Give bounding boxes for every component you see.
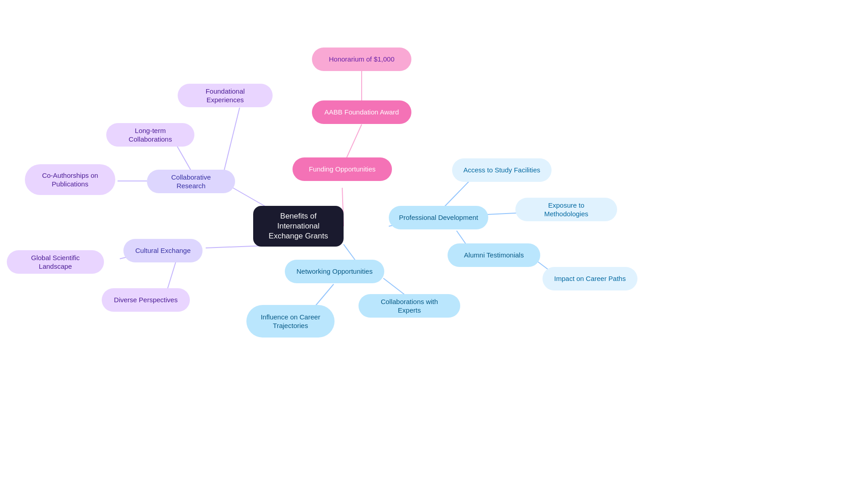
professional-label: Professional Development bbox=[399, 213, 478, 222]
center-node: Benefits of International Exchange Grant… bbox=[253, 206, 344, 247]
diverse-label: Diverse Perspectives bbox=[114, 295, 178, 304]
collaborative-research-node: Collaborative Research bbox=[147, 170, 235, 193]
svg-line-12 bbox=[383, 278, 407, 296]
aabb-label: AABB Foundation Award bbox=[325, 108, 399, 117]
aabb-node: AABB Foundation Award bbox=[312, 100, 411, 124]
alumni-label: Alumni Testimonials bbox=[464, 251, 524, 260]
longterm-node: Long-term Collaborations bbox=[106, 123, 194, 147]
access-label: Access to Study Facilities bbox=[463, 166, 540, 175]
impact-node: Impact on Career Paths bbox=[542, 267, 637, 290]
funding-node: Funding Opportunities bbox=[292, 157, 392, 181]
honorarium-node: Honorarium of $1,000 bbox=[312, 48, 411, 71]
exposure-node: Exposure to Methodologies bbox=[515, 198, 617, 221]
collaborative-research-label: Collaborative Research bbox=[157, 173, 225, 190]
impact-label: Impact on Career Paths bbox=[554, 274, 626, 283]
center-label: Benefits of International Exchange Grant… bbox=[263, 211, 334, 241]
svg-line-9 bbox=[167, 260, 176, 290]
cultural-exchange-node: Cultural Exchange bbox=[123, 239, 203, 262]
coauthorships-label: Co-Authorships on Publications bbox=[42, 171, 98, 189]
cultural-exchange-label: Cultural Exchange bbox=[135, 246, 191, 255]
global-node: Global Scientific Landscape bbox=[7, 250, 104, 274]
professional-node: Professional Development bbox=[389, 206, 488, 229]
alumni-node: Alumni Testimonials bbox=[448, 243, 540, 267]
global-label: Global Scientific Landscape bbox=[17, 253, 94, 271]
networking-node: Networking Opportunities bbox=[285, 260, 384, 283]
longterm-label: Long-term Collaborations bbox=[116, 126, 184, 144]
collaborations-node: Collaborations with Experts bbox=[359, 294, 460, 318]
diverse-node: Diverse Perspectives bbox=[102, 288, 190, 312]
honorarium-label: Honorarium of $1,000 bbox=[329, 55, 394, 64]
collaborations-label: Collaborations with Experts bbox=[368, 297, 450, 315]
influence-node: Influence on Career Trajectories bbox=[246, 305, 335, 338]
access-node: Access to Study Facilities bbox=[452, 158, 552, 182]
influence-label: Influence on Career Trajectories bbox=[261, 313, 321, 330]
foundational-label: Foundational Experiences bbox=[188, 87, 263, 105]
coauthorships-node: Co-Authorships on Publications bbox=[25, 164, 115, 195]
funding-label: Funding Opportunities bbox=[309, 165, 376, 174]
svg-line-10 bbox=[344, 244, 356, 262]
exposure-label: Exposure to Methodologies bbox=[525, 201, 607, 219]
networking-label: Networking Opportunities bbox=[297, 267, 373, 276]
foundational-node: Foundational Experiences bbox=[178, 84, 273, 107]
